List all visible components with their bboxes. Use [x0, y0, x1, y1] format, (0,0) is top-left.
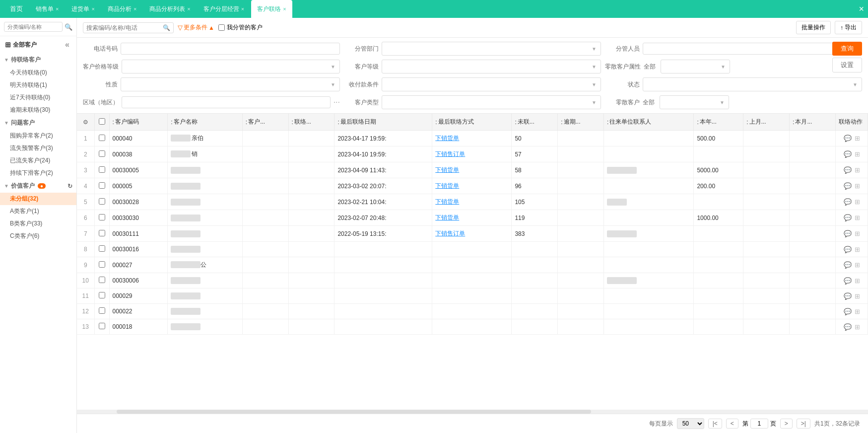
chat-action-icon[interactable]: 💬: [844, 246, 852, 253]
row-checkbox[interactable]: [99, 230, 105, 236]
row-checkbox-cell[interactable]: [94, 146, 109, 162]
region-dots[interactable]: ···: [334, 98, 340, 107]
th-code[interactable]: : 客户编码: [109, 114, 168, 131]
close-sales-tab[interactable]: ×: [56, 6, 59, 12]
nav-tab-analysis[interactable]: 商品分析 ×: [102, 0, 142, 18]
grid-action-icon[interactable]: ⊞: [855, 308, 860, 315]
th-contact-person[interactable]: : 往来单位联系人: [603, 114, 693, 131]
customer-type-select[interactable]: ▼: [382, 95, 601, 109]
sidebar-item-churn-warning[interactable]: 流失预警客户(3): [0, 142, 76, 154]
prev-page-button[interactable]: <: [726, 419, 738, 429]
chat-action-icon[interactable]: 💬: [844, 135, 852, 142]
row-checkbox-cell[interactable]: [94, 131, 109, 146]
row-checkbox-cell[interactable]: [94, 289, 109, 304]
horizontal-scrollbar[interactable]: [77, 410, 868, 414]
close-contact-tab[interactable]: ×: [283, 6, 286, 12]
select-all-checkbox[interactable]: [99, 118, 105, 125]
close-analysis-tab[interactable]: ×: [134, 6, 136, 12]
th-contact[interactable]: : 联络...: [288, 114, 334, 131]
grid-action-icon[interactable]: ⊞: [855, 198, 860, 206]
grid-action-icon[interactable]: ⊞: [855, 292, 860, 300]
filter-search-input[interactable]: [86, 24, 161, 31]
row-checkbox-cell[interactable]: [94, 194, 109, 210]
retail-customer-select[interactable]: ▼: [660, 95, 729, 109]
chat-action-icon[interactable]: 💬: [844, 150, 852, 158]
nav-tab-customer-segment[interactable]: 客户分层经营 ×: [198, 0, 250, 18]
sidebar-item-overdue[interactable]: 逾期未联络(30): [0, 104, 76, 116]
nav-tab-purchase[interactable]: 进货单 ×: [66, 0, 100, 18]
row-checkbox[interactable]: [99, 245, 105, 252]
scrollbar-thumb[interactable]: [117, 410, 591, 414]
sidebar-search-input[interactable]: [4, 22, 63, 32]
sidebar-item-churned[interactable]: 已流失客户(24): [0, 154, 76, 167]
sidebar-item-ungrouped[interactable]: 未分组(32): [0, 193, 76, 205]
th-this-month[interactable]: : 本月...: [790, 114, 836, 131]
th-type[interactable]: : 客户...: [242, 114, 288, 131]
chat-action-icon[interactable]: 💬: [844, 230, 852, 237]
close-all-icon[interactable]: ×: [859, 4, 864, 14]
grid-action-icon[interactable]: ⊞: [855, 230, 860, 237]
row-checkbox-cell[interactable]: [94, 162, 109, 178]
query-button[interactable]: 查询: [832, 42, 862, 56]
sidebar-item-tomorrow[interactable]: 明天待联络(1): [0, 79, 76, 91]
manager-input[interactable]: [643, 43, 853, 55]
close-analysis-list-tab[interactable]: ×: [187, 6, 190, 12]
value-refresh-icon[interactable]: ↻: [67, 183, 72, 190]
row-checkbox-cell[interactable]: [94, 257, 109, 273]
row-checkbox-cell[interactable]: [94, 242, 109, 257]
grid-action-icon[interactable]: ⊞: [855, 135, 860, 142]
row-checkbox[interactable]: [99, 261, 105, 268]
grid-action-icon[interactable]: ⊞: [855, 323, 860, 331]
close-segment-tab[interactable]: ×: [241, 6, 244, 12]
chat-action-icon[interactable]: 💬: [844, 277, 852, 285]
th-this-year[interactable]: : 本年...: [694, 114, 743, 131]
close-purchase-tab[interactable]: ×: [91, 6, 94, 12]
th-last-contact-date[interactable]: : 最后联络日期: [334, 114, 432, 131]
chat-action-icon[interactable]: 💬: [844, 166, 852, 174]
row-checkbox-cell[interactable]: [94, 226, 109, 242]
chat-action-icon[interactable]: 💬: [844, 198, 852, 206]
first-page-button[interactable]: |<: [708, 419, 722, 429]
sidebar-group-value[interactable]: ▼ 价值客户 ● ↻: [0, 179, 76, 193]
nav-tab-sales[interactable]: 销售单 ×: [30, 0, 65, 18]
last-contact-way[interactable]: 下销货单: [432, 178, 512, 194]
retail-attr-select[interactable]: ▼: [661, 60, 730, 73]
last-page-button[interactable]: >|: [797, 419, 810, 429]
last-contact-way[interactable]: 下销货单: [432, 131, 512, 146]
grid-action-icon[interactable]: ⊞: [855, 214, 860, 221]
row-checkbox[interactable]: [99, 292, 105, 298]
th-last-month[interactable]: : 上月...: [743, 114, 790, 131]
th-settings[interactable]: ⚙: [77, 114, 94, 131]
sidebar-item-class-b[interactable]: B类客户(33): [0, 217, 76, 230]
nav-tab-customer-contact[interactable]: 客户联络 ×: [251, 0, 292, 18]
dept-select[interactable]: ▼: [382, 42, 601, 56]
chat-action-icon[interactable]: 💬: [844, 323, 852, 331]
collapse-sidebar-icon[interactable]: «: [63, 39, 71, 50]
sidebar-item-class-a[interactable]: A类客户(1): [0, 205, 76, 217]
last-contact-way[interactable]: 下销售订单: [432, 226, 512, 242]
row-checkbox[interactable]: [99, 277, 105, 283]
nav-home[interactable]: 首页: [4, 2, 29, 15]
sidebar-item-today[interactable]: 今天待联络(0): [0, 67, 76, 79]
row-checkbox-cell[interactable]: [94, 273, 109, 289]
grid-action-icon[interactable]: ⊞: [855, 150, 860, 158]
row-checkbox[interactable]: [99, 182, 105, 189]
reset-button[interactable]: 设置: [832, 58, 862, 72]
grid-action-icon[interactable]: ⊞: [855, 182, 860, 190]
region-input[interactable]: [122, 96, 331, 108]
grid-action-icon[interactable]: ⊞: [855, 166, 860, 174]
sidebar-item-7days[interactable]: 近7天待联络(0): [0, 91, 76, 104]
price-grade-select[interactable]: ▼: [122, 60, 340, 73]
row-checkbox-cell[interactable]: [94, 304, 109, 319]
th-checkbox[interactable]: [94, 114, 109, 131]
row-checkbox-cell[interactable]: [94, 178, 109, 194]
th-overdue[interactable]: : 逾期...: [558, 114, 604, 131]
export-button[interactable]: ↑ 导出: [835, 21, 862, 34]
last-contact-way[interactable]: 下销货单: [432, 194, 512, 210]
row-checkbox-cell[interactable]: [94, 319, 109, 335]
filter-search-icon[interactable]: 🔍: [163, 24, 170, 31]
my-customers-filter[interactable]: 我分管的客户: [218, 23, 263, 32]
row-checkbox[interactable]: [99, 198, 105, 205]
sidebar-item-declining[interactable]: 持续下滑客户(2): [0, 167, 76, 179]
row-checkbox[interactable]: [99, 135, 105, 141]
